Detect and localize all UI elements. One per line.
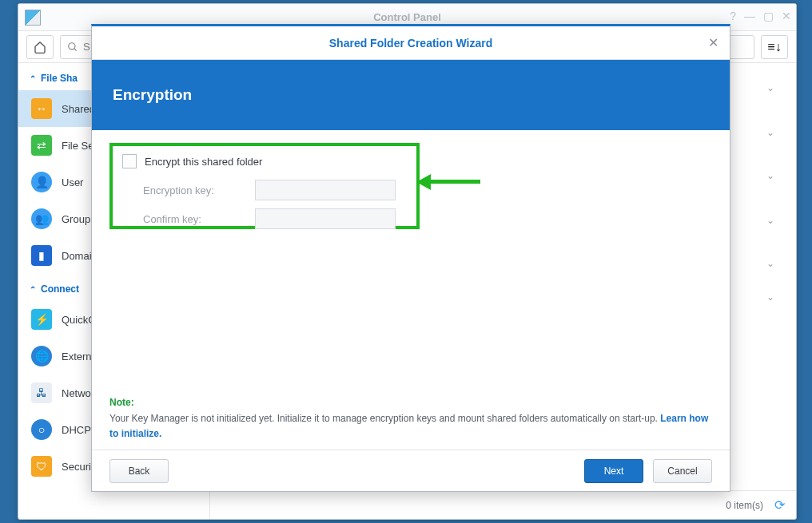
minimize-icon[interactable]: — [744, 10, 755, 22]
domain-icon: ▮ [31, 245, 52, 266]
sidebar-section-label: File Sha [41, 73, 78, 84]
chevron-down-icon[interactable]: ⌄ [761, 215, 780, 226]
group-icon: 👥 [31, 208, 52, 229]
encryption-key-input[interactable] [255, 180, 396, 200]
encryption-key-label: Encryption key: [143, 184, 247, 196]
highlight-annotation: Encrypt this shared folder Encryption ke… [109, 143, 420, 229]
refresh-icon[interactable]: ⟳ [774, 497, 785, 513]
dialog-close-button[interactable]: ✕ [708, 35, 718, 50]
shield-icon: 🛡 [31, 456, 52, 477]
chevron-down-icon[interactable]: ⌄ [761, 127, 780, 138]
sidebar-item-label: File Se [62, 140, 94, 152]
sort-icon: ≡↓ [767, 40, 781, 54]
chevron-up-icon: ⌃ [30, 285, 36, 294]
file-services-icon: ⇄ [31, 135, 52, 156]
network-icon: 🖧 [31, 382, 52, 403]
arrow-annotation [416, 176, 480, 186]
back-button[interactable]: Back [109, 459, 169, 483]
item-count: 0 item(s) [726, 500, 763, 511]
status-bar: 0 item(s) ⟳ [210, 490, 796, 519]
search-placeholder: S [83, 41, 90, 53]
svg-point-0 [69, 42, 75, 49]
cancel-button[interactable]: Cancel [653, 459, 712, 483]
dialog-footer: Back Next Cancel [92, 450, 730, 491]
sidebar-item-label: Domai [62, 250, 92, 262]
dialog-title: Shared Folder Creation Wizard [329, 37, 492, 50]
encrypt-checkbox[interactable] [122, 154, 137, 168]
home-button[interactable] [26, 35, 54, 59]
dialog-body: Encrypt this shared folder Encryption ke… [92, 130, 730, 450]
sidebar-item-label: Netwo [62, 387, 91, 399]
close-icon[interactable]: ✕ [782, 10, 791, 22]
shared-folder-icon: ↔ [31, 98, 52, 119]
encrypt-checkbox-label: Encrypt this shared folder [145, 156, 262, 168]
note-block: Note: Your Key Manager is not initialize… [109, 395, 712, 442]
user-icon: 👤 [31, 172, 52, 192]
chevron-down-icon[interactable]: ⌄ [761, 258, 780, 269]
note-label: Note: [109, 397, 134, 408]
dhcp-icon: ○ [31, 419, 52, 440]
home-icon [34, 41, 46, 53]
quickconnect-icon: ⚡ [31, 309, 52, 330]
shared-folder-wizard-dialog: Shared Folder Creation Wizard ✕ Encrypti… [91, 24, 730, 492]
external-access-icon: 🌐 [31, 346, 52, 366]
sidebar-item-label: Group [62, 213, 90, 225]
confirm-key-input[interactable] [255, 208, 396, 229]
sidebar-section-label: Connect [41, 283, 79, 295]
chevron-down-icon[interactable]: ⌄ [761, 82, 780, 93]
svg-line-1 [74, 48, 77, 50]
chevron-down-icon[interactable]: ⌄ [761, 291, 780, 303]
maximize-icon[interactable]: ▢ [763, 10, 774, 22]
dialog-header: Shared Folder Creation Wizard ✕ [92, 26, 730, 60]
sidebar-item-label: Extern [62, 351, 92, 363]
search-icon [67, 42, 78, 53]
app-icon [25, 10, 41, 26]
confirm-key-label: Confirm key: [143, 213, 247, 225]
sidebar-item-label: User [62, 176, 83, 188]
note-text: Your Key Manager is not initialized yet.… [109, 413, 658, 424]
sort-button[interactable]: ≡↓ [761, 35, 788, 59]
sidebar-item-label: Shared [62, 103, 95, 115]
dialog-banner: Encryption [92, 60, 730, 130]
chevron-down-icon[interactable]: ⌄ [761, 170, 780, 181]
dialog-step-title: Encryption [113, 86, 192, 104]
next-button[interactable]: Next [584, 459, 643, 483]
help-icon[interactable]: ? [730, 10, 736, 22]
window-title: Control Panel [373, 11, 441, 23]
chevron-up-icon: ⌃ [30, 74, 36, 83]
